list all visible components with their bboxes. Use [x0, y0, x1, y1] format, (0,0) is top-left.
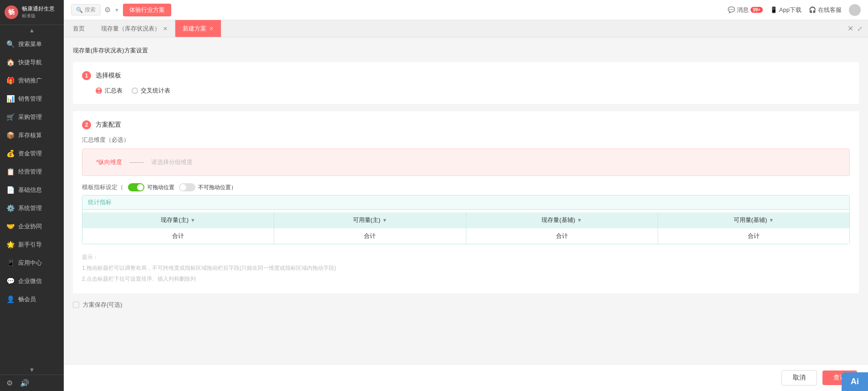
quick-nav-icon: 🏠	[6, 58, 15, 67]
col-2-dropdown-icon[interactable]: ▼	[577, 217, 582, 223]
logo-icon: 畅	[5, 5, 18, 19]
toggle-off-label: 不可拖动位置）	[198, 184, 236, 191]
marketing-icon: 🎁	[6, 77, 15, 85]
app-download-label: App下载	[779, 6, 802, 14]
radio-cross[interactable]: 交叉统计表	[132, 87, 170, 95]
stats-table: 统计指标 现存量(主) ▼ 可用量(主) ▼ 现存量(基辅)	[82, 195, 850, 244]
tab-new-plan-label: 新建方案	[183, 25, 206, 33]
close-icon[interactable]: ✕	[848, 24, 853, 33]
settings-icon[interactable]: ⚙	[6, 379, 13, 387]
sidebar-item-new-guide[interactable]: 🌟 新手引导	[0, 236, 64, 254]
sidebar: 畅 畅康通好生意 标准版 ▲ 🔍 搜索菜单 🏠 快捷导航 🎁 营销推广 📊 销售…	[0, 0, 64, 391]
system-icon: ⚙️	[6, 204, 15, 212]
sidebar-item-label: 基础信息	[18, 186, 42, 194]
sidebar-item-search-menu[interactable]: 🔍 搜索菜单	[0, 35, 64, 53]
topbar-dropdown-icon[interactable]: ▼	[114, 7, 119, 13]
message-badge: 99+	[751, 7, 763, 13]
sidebar-item-member[interactable]: 👤 畅会员	[0, 290, 64, 309]
expand-icon[interactable]: ⤢	[857, 25, 863, 32]
summary-dimension-label: 汇总维度（必选）	[82, 136, 850, 144]
topbar: 🔍 搜索 ⚙ ▼ 体验行业方案 💬 消息 99+ 📱 App下载 🎧 在线客服	[64, 0, 868, 20]
dimension-box[interactable]: *纵向维度 —— 请选择分组维度	[82, 149, 850, 176]
sound-icon[interactable]: 🔊	[20, 379, 29, 387]
step1-title: 选择模板	[96, 72, 121, 80]
purchase-icon: 🛒	[6, 113, 15, 121]
sales-icon: 📊	[6, 95, 15, 103]
sidebar-item-purchase[interactable]: 🛒 采购管理	[0, 108, 64, 126]
indicator-settings-label: 模板指标设定（ 可拖动位置 不可拖动位置）	[82, 183, 850, 191]
sidebar-item-inventory[interactable]: 📦 库存核算	[0, 126, 64, 144]
service-icon: 🎧	[809, 6, 816, 13]
sidebar-scroll-down[interactable]: ▼	[0, 365, 64, 375]
user-avatar[interactable]	[849, 4, 861, 16]
col-3-sub: 合计	[748, 232, 760, 240]
sidebar-scroll-up[interactable]: ▲	[0, 25, 64, 35]
col-0-dropdown-icon[interactable]: ▼	[190, 217, 195, 223]
sidebar-item-app-center[interactable]: 📱 应用中心	[0, 254, 64, 272]
step2-title: 方案配置	[96, 121, 121, 129]
sidebar-item-marketing[interactable]: 🎁 营销推广	[0, 72, 64, 90]
tab-home[interactable]: 首页	[64, 25, 94, 33]
dimension-placeholder: 请选择分组维度	[151, 158, 193, 166]
template-radio-group: 汇总表 交叉统计表	[96, 87, 850, 95]
online-service-btn[interactable]: 🎧 在线客服	[809, 6, 842, 14]
tab-inventory-close-icon[interactable]: ✕	[163, 26, 168, 32]
sidebar-item-system[interactable]: ⚙️ 系统管理	[0, 199, 64, 217]
toggle-on-label: 可拖动位置	[147, 184, 174, 191]
tab-inventory-label: 现存量（库存状况表）	[101, 25, 160, 33]
col-3-dropdown-icon[interactable]: ▼	[769, 217, 774, 223]
sidebar-item-label: 资金管理	[18, 149, 42, 158]
sidebar-item-label: 企业协同	[18, 222, 42, 231]
message-btn[interactable]: 💬 消息 99+	[728, 6, 763, 14]
sidebar-item-wechat[interactable]: 💬 企业微信	[0, 272, 64, 290]
col-1-label: 可用量(主)	[353, 216, 381, 224]
topbar-settings-icon[interactable]: ⚙	[104, 5, 111, 14]
sidebar-item-label: 经营管理	[18, 168, 42, 176]
radio-summary-label: 汇总表	[105, 87, 123, 95]
col-1-sub: 合计	[364, 232, 376, 240]
sidebar-nav: 🔍 搜索菜单 🏠 快捷导航 🎁 营销推广 📊 销售管理 🛒 采购管理 📦 库存核…	[0, 35, 64, 365]
cancel-button[interactable]: 取消	[781, 370, 817, 386]
app-name: 畅康通好生意	[22, 5, 55, 13]
toggle-on[interactable]	[128, 183, 144, 191]
stats-col-2[interactable]: 现存量(基辅) ▼	[466, 212, 658, 228]
stats-table-title: 统计指标	[82, 196, 849, 210]
sidebar-item-finance[interactable]: 💰 资金管理	[0, 144, 64, 163]
app-icon: 📱	[770, 6, 777, 13]
trial-btn[interactable]: 体验行业方案	[123, 4, 171, 16]
topbar-left: 🔍 搜索 ⚙ ▼ 体验行业方案	[71, 4, 723, 16]
sidebar-item-label: 营销推广	[18, 77, 42, 85]
tab-new-plan-close-icon[interactable]: ✕	[209, 26, 214, 32]
search-box[interactable]: 🔍 搜索	[71, 4, 101, 15]
bottom-bar: 取消 查询	[64, 364, 868, 391]
sidebar-logo: 畅 畅康通好生意 标准版	[0, 0, 64, 25]
col-0-label: 现存量(主)	[161, 216, 189, 224]
toggle-off[interactable]	[179, 183, 195, 191]
sidebar-item-operations[interactable]: 📋 经营管理	[0, 163, 64, 181]
sidebar-item-label: 应用中心	[18, 259, 42, 267]
tab-inventory-status[interactable]: 现存量（库存状况表） ✕	[94, 20, 175, 37]
col-1-dropdown-icon[interactable]: ▼	[382, 217, 387, 223]
base-info-icon: 📄	[6, 186, 15, 194]
tab-new-plan[interactable]: 新建方案 ✕	[175, 20, 221, 37]
sidebar-item-enterprise[interactable]: 🤝 企业协同	[0, 217, 64, 236]
sidebar-item-label: 搜索菜单	[18, 40, 42, 48]
step1-num: 1	[82, 71, 91, 80]
ai-fab-button[interactable]: Ai	[842, 372, 868, 391]
tabbar-actions: ✕ ⤢	[848, 24, 868, 33]
tips-tip2: 2.点击标题栏下拉可设置排序、插入列和删除列	[82, 276, 196, 282]
sidebar-item-quick-nav[interactable]: 🏠 快捷导航	[0, 53, 64, 72]
message-icon: 💬	[728, 6, 735, 13]
dimension-arrow: ——	[129, 158, 144, 166]
stats-col-3[interactable]: 可用量(基辅) ▼	[658, 212, 849, 228]
toggle-on-knob	[137, 184, 143, 190]
sidebar-item-base-info[interactable]: 📄 基础信息	[0, 181, 64, 199]
save-checkbox[interactable]	[73, 302, 79, 308]
stats-col-0[interactable]: 现存量(主) ▼	[82, 212, 274, 228]
stats-col-1[interactable]: 可用量(主) ▼	[274, 212, 466, 228]
radio-summary[interactable]: 汇总表	[96, 87, 123, 95]
sidebar-item-label: 新手引导	[18, 241, 42, 249]
stats-body: 合计 合计 合计 合计	[82, 228, 849, 244]
sidebar-item-sales[interactable]: 📊 销售管理	[0, 90, 64, 108]
app-download-btn[interactable]: 📱 App下载	[770, 6, 802, 14]
